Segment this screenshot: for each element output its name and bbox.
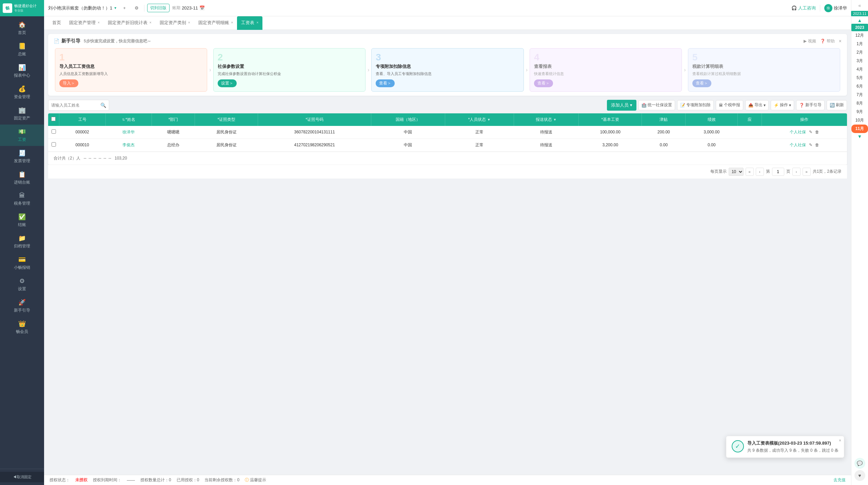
sidebar-item-tax[interactable]: 🏛 税务管理: [0, 189, 44, 210]
row-2-checkbox[interactable]: [52, 142, 56, 147]
first-page-btn[interactable]: «: [746, 168, 754, 176]
calendar-icon[interactable]: 📅: [199, 5, 205, 11]
tab-fixed-assets-category[interactable]: 固定资产类别 ×: [156, 16, 194, 30]
next-page-btn[interactable]: ›: [792, 168, 801, 176]
sidebar-item-archive[interactable]: 📁 归档管理: [0, 231, 44, 253]
tab-payroll-table[interactable]: 工资表 ×: [237, 16, 262, 30]
old-version-btn[interactable]: 切到旧版: [147, 4, 170, 12]
close-tab-fixed-assets-detail[interactable]: ×: [231, 21, 233, 24]
last-page-btn[interactable]: »: [803, 168, 811, 176]
calendar-month-8[interactable]: 8月: [851, 99, 868, 108]
wizard-step-1-btn[interactable]: 导入＞: [59, 79, 78, 87]
settings-btn[interactable]: ⚙: [132, 3, 141, 13]
toast-desc: 共 9 条数据，成功导入 9 条，失败 0 条，跳过 0 条: [747, 448, 839, 453]
wizard-step-4-btn[interactable]: 查看＞: [534, 79, 553, 87]
wizard-close-btn[interactable]: ×: [839, 38, 842, 44]
row-2-edit-icon[interactable]: ✎: [809, 143, 812, 147]
calendar-nav-up[interactable]: ▲: [851, 17, 868, 24]
heart-icon-btn[interactable]: ♥: [854, 470, 865, 481]
close-tab-payroll-table[interactable]: ×: [256, 21, 258, 24]
calendar-month-3[interactable]: 3月: [851, 57, 868, 65]
calendar-month-1[interactable]: 1月: [851, 40, 868, 48]
sidebar-item-payroll[interactable]: 💵 工资: [0, 125, 44, 146]
sidebar-item-funds[interactable]: 💰 资金管理: [0, 82, 44, 103]
account-selector[interactable]: 刘小艳演示账套（勿删勿动！）1 ▼: [48, 5, 117, 11]
add-person-btn[interactable]: 添加人员 ▾: [607, 100, 636, 111]
close-tab-fixed-assets-category[interactable]: ×: [188, 21, 190, 24]
calendar-month-9[interactable]: 9月: [851, 108, 868, 116]
sidebar-item-reports[interactable]: 📊 报表中心: [0, 60, 44, 82]
filter-icon-report-status[interactable]: ▼: [553, 118, 557, 122]
filter-icon-status[interactable]: ▼: [487, 118, 491, 122]
wizard-step-5-btn[interactable]: 查看＞: [692, 79, 711, 87]
calendar-month-12[interactable]: 12月: [851, 31, 868, 40]
collapse-calendar-btn[interactable]: «: [857, 1, 863, 10]
calendar-month-5[interactable]: 5月: [851, 74, 868, 82]
row-1-name-link[interactable]: 徐泽华: [122, 130, 135, 134]
add-account-btn[interactable]: +: [120, 3, 129, 13]
calendar-month-7[interactable]: 7月: [851, 91, 868, 99]
close-tab-fixed-assets-mgmt[interactable]: ×: [98, 21, 100, 24]
tab-home[interactable]: 首页: [48, 16, 65, 30]
sidebar-item-sales-ledger[interactable]: 📋 进销台账: [0, 167, 44, 189]
sidebar-item-new-guide[interactable]: 🚀 新手引导: [0, 295, 44, 317]
tab-fixed-assets-mgmt[interactable]: 固定资产管理 ×: [65, 16, 104, 30]
sidebar-item-member[interactable]: 👑 畅会员: [0, 317, 44, 338]
sidebar-item-general-ledger[interactable]: 📒 总账: [0, 39, 44, 60]
page-number-input[interactable]: [772, 168, 784, 176]
new-guide-toolbar-btn[interactable]: ❓ 新手引导: [796, 100, 825, 110]
row-1-checkbox[interactable]: [52, 129, 56, 134]
calendar-month-11[interactable]: 11月: [851, 125, 868, 133]
sidebar-item-fixed-assets[interactable]: 🏢 固定资产: [0, 103, 44, 125]
tab-fixed-assets-detail[interactable]: 固定资产明细账 ×: [194, 16, 237, 30]
special-deduction-btn[interactable]: 📝 专项附加扣除: [677, 100, 714, 110]
warning-label: ⓘ 温馨提示: [245, 477, 266, 483]
wizard-video-link[interactable]: ▶ 视频: [804, 38, 816, 44]
sidebar-item-expense[interactable]: 💳 小畅报销: [0, 253, 44, 274]
close-tab-fixed-assets-depreciation[interactable]: ×: [150, 21, 152, 24]
row-1-basic-salary: 100,000.00: [579, 126, 642, 139]
search-input[interactable]: [51, 103, 100, 108]
page-size-select[interactable]: 10 20 50: [729, 168, 744, 176]
row-1-dept: 嗯嗯嗯: [152, 126, 195, 139]
toast-close-btn[interactable]: ×: [839, 438, 841, 443]
cancel-fix-btn[interactable]: ◀取消固定: [0, 472, 44, 482]
step-num-3: 3: [376, 53, 519, 62]
refresh-btn[interactable]: 🔄 刷新: [827, 100, 847, 110]
user-menu[interactable]: 徐 徐泽华: [824, 4, 847, 12]
row-1-delete-icon[interactable]: 🗑: [815, 130, 819, 134]
sidebar-item-settings[interactable]: ⚙ 设置: [0, 274, 44, 295]
table-body: 000002 徐泽华 嗯嗯嗯 居民身份证 360782200104131111 …: [48, 126, 847, 152]
select-all-checkbox[interactable]: [51, 117, 56, 121]
chat-icon-btn[interactable]: 💬: [854, 458, 865, 469]
operations-btn[interactable]: ⚡ 操作 ▾: [771, 100, 794, 110]
prev-page-btn[interactable]: ‹: [756, 168, 764, 176]
wizard-step-3-btn[interactable]: 查看＞: [376, 79, 395, 87]
personal-tax-btn[interactable]: 🏛 个税申报: [716, 100, 743, 110]
calendar-year-2023[interactable]: 2023: [851, 24, 868, 31]
sidebar-item-label: 发票管理: [14, 158, 30, 164]
social-insurance-btn[interactable]: 🏥 统一社保设置: [638, 100, 675, 110]
table-header-row: 工号 ⇅ *姓名 *部门 *证照类型 *证照号码 国籍（地区） *人员状态: [48, 113, 847, 126]
calendar-nav-down[interactable]: ▼: [851, 133, 868, 140]
tab-fixed-assets-depreciation[interactable]: 固定资产折旧统计表 ×: [104, 16, 156, 30]
calendar-month-4[interactable]: 4月: [851, 65, 868, 74]
export-btn[interactable]: 📤 导出 ▾: [745, 100, 769, 110]
calendar-month-6[interactable]: 6月: [851, 82, 868, 91]
row-1-edit-icon[interactable]: ✎: [809, 130, 812, 134]
sort-icon-name[interactable]: ⇅: [122, 118, 125, 122]
th-dept: *部门: [152, 113, 195, 126]
service-btn[interactable]: 🎧 人工咨询: [791, 5, 816, 11]
wizard-help-link[interactable]: ❓ 帮助: [820, 38, 835, 44]
row-2-name: 李俊杰: [105, 138, 152, 151]
row-2-name-link[interactable]: 李俊杰: [122, 143, 135, 147]
calendar-month-10[interactable]: 10月: [851, 116, 868, 125]
wizard-step-2-btn[interactable]: 设置＞: [218, 79, 237, 87]
toast-success-icon: ✓: [732, 440, 744, 452]
go-auth-btn[interactable]: 去充值: [833, 477, 846, 483]
sidebar-item-home[interactable]: 🏠 首页: [0, 18, 44, 39]
calendar-month-2[interactable]: 2月: [851, 48, 868, 57]
row-2-delete-icon[interactable]: 🗑: [815, 143, 819, 147]
sidebar-item-invoices[interactable]: 🧾 发票管理: [0, 146, 44, 167]
sidebar-item-settlement[interactable]: ✅ 结账: [0, 210, 44, 231]
